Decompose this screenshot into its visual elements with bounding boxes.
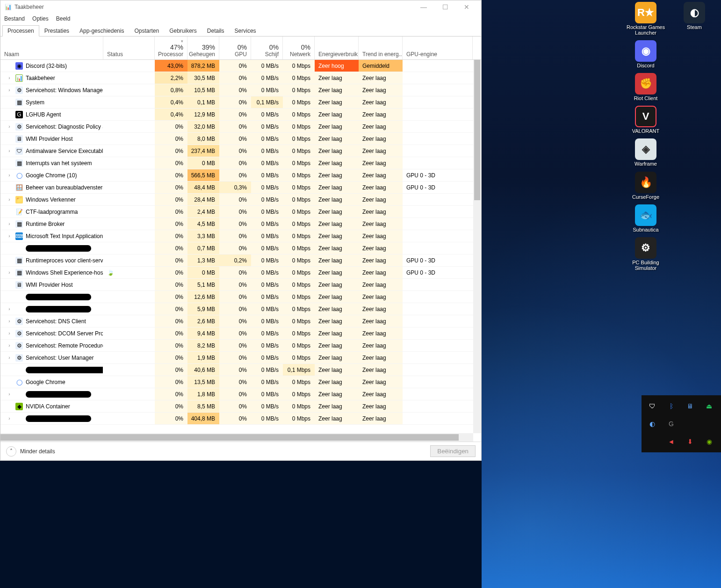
table-row[interactable]: 0%40,6 MB0%0 MB/s0,1 MbpsZeer laagZeer l… <box>0 364 481 376</box>
table-row[interactable]: ›🛡Antimalware Service Executable0%237,4 … <box>0 145 481 157</box>
table-body: ◉Discord (32-bits)43,0%878,2 MB0%0 MB/s0… <box>0 60 481 442</box>
table-row[interactable]: ▦Interrupts van het systeem0%0 MB0%0 MB/… <box>0 157 481 169</box>
col-net[interactable]: 0%Netwerk <box>283 36 315 59</box>
process-name: Servicehost: Windows Manage... <box>26 87 103 94</box>
table-row[interactable]: ›0%1,8 MB0%0 MB/s0 MbpsZeer laagZeer laa… <box>0 388 481 400</box>
end-task-button[interactable]: Beëindigen <box>430 445 476 457</box>
redacted-icon[interactable] <box>644 434 660 450</box>
table-row[interactable]: ◯Google Chrome0%13,5 MB0%0 MB/s0 MbpsZee… <box>0 376 481 388</box>
table-row[interactable]: ›⌨Microsoft Text Input Application0%3,3 … <box>0 230 481 242</box>
expand-icon[interactable]: › <box>6 343 13 348</box>
expand-icon[interactable]: › <box>6 75 13 80</box>
col-disk[interactable]: 0%Schijf <box>251 36 283 59</box>
close-button[interactable]: ✕ <box>456 0 477 14</box>
expand-icon[interactable]: › <box>6 87 13 93</box>
tab-opstarten[interactable]: Opstarten <box>129 25 164 36</box>
download-icon[interactable]: ⬇ <box>682 434 698 450</box>
desktop-shortcut[interactable]: ⚙PC Building Simulator <box>626 237 666 271</box>
table-row[interactable]: 🖥WMI Provider Host0%5,1 MB0%0 MB/s0 Mbps… <box>0 279 481 291</box>
expand-icon[interactable]: › <box>6 233 13 239</box>
table-row[interactable]: ›📁Windows Verkenner0%28,4 MB0%0 MB/s0 Mb… <box>0 194 481 206</box>
scrollbar-thumb[interactable] <box>474 60 480 200</box>
expand-icon[interactable]: › <box>6 392 13 397</box>
col-mem[interactable]: 39%Geheugen <box>187 36 219 59</box>
table-row[interactable]: ›⚙Servicehost: Diagnostic Policy S...0%3… <box>0 121 481 133</box>
expand-icon[interactable]: › <box>6 221 13 226</box>
menu-view[interactable]: Beeld <box>56 15 71 22</box>
table-row[interactable]: ›0%5,9 MB0%0 MB/s0 MbpsZeer laagZeer laa… <box>0 303 481 315</box>
col-name[interactable]: Naam <box>0 36 103 59</box>
table-row[interactable]: ›0%404,8 MB0%0 MB/s0 MbpsZeer laagZeer l… <box>0 413 481 425</box>
table-row[interactable]: GLGHUB Agent0,4%12,9 MB0%0 MB/s0 MbpsZee… <box>0 109 481 121</box>
table-row[interactable]: ›⚙Servicehost: Windows Manage...0,8%10,5… <box>0 84 481 96</box>
table-row[interactable]: ◉Discord (32-bits)43,0%878,2 MB0%0 MB/s0… <box>0 60 481 72</box>
expand-icon[interactable]: › <box>6 148 13 153</box>
redacted-icon[interactable] <box>701 416 717 432</box>
expand-icon[interactable]: › <box>6 319 13 324</box>
desktop-shortcut[interactable]: VVALORANT <box>626 106 666 134</box>
table-row[interactable]: ▦Runtimeproces voor client-server0%1,3 M… <box>0 254 481 267</box>
table-row[interactable]: ›▦Runtime Broker0%4,5 MB0%0 MB/s0 MbpsZe… <box>0 218 481 230</box>
desktop-shortcut[interactable]: 🔥CurseForge <box>626 172 666 200</box>
table-row[interactable]: 0%12,6 MB0%0 MB/s0 MbpsZeer laagZeer laa… <box>0 291 481 303</box>
security-icon[interactable]: 🛡 <box>644 398 660 414</box>
desktop-shortcut[interactable]: ✊Riot Client <box>626 73 666 101</box>
col-cpu[interactable]: ▾ 47% Processor <box>155 36 187 59</box>
table-row[interactable]: ▦System0,4%0,1 MB0%0,1 MB/s0 MbpsZeer la… <box>0 96 481 109</box>
table-row[interactable]: ›⚙Servicehost: DCOM Server Proc...0%9,4 … <box>0 327 481 340</box>
desktop-shortcut[interactable]: ◈Warframe <box>626 138 666 167</box>
logitech-icon[interactable]: G <box>663 416 679 432</box>
fewer-details-button[interactable]: ˄ Minder details <box>6 446 55 457</box>
col-energy[interactable]: Energieverbruik <box>315 36 359 59</box>
table-row[interactable]: ›⚙Servicehost: DNS Client0%2,6 MB0%0 MB/… <box>0 315 481 327</box>
nvidia-icon[interactable]: ◉ <box>701 434 717 450</box>
tab-app-geschiedenis[interactable]: App-geschiedenis <box>74 25 129 36</box>
desktop-shortcut[interactable]: 🐟Subnautica <box>626 204 666 232</box>
table-row[interactable]: ›⚙Servicehost: Remote Procedure ...0%8,2… <box>0 340 481 352</box>
desktop-shortcut[interactable]: R★Rockstar Games Launcher <box>626 2 666 36</box>
monitor-icon[interactable]: 🖥 <box>682 398 698 414</box>
col-status[interactable]: Status <box>103 36 155 59</box>
tab-gebruikers[interactable]: Gebruikers <box>164 25 202 36</box>
maximize-button[interactable]: ☐ <box>434 0 456 14</box>
tab-processen[interactable]: Processen <box>2 25 39 36</box>
table-row[interactable]: 🪟Beheer van bureaubladvensters0%48,4 MB0… <box>0 181 481 194</box>
eject-icon[interactable]: ⏏ <box>701 398 717 414</box>
tab-prestaties[interactable]: Prestaties <box>39 25 74 36</box>
expand-icon[interactable]: › <box>6 416 13 421</box>
table-row[interactable]: 🖥WMI Provider Host0%8,0 MB0%0 MB/s0 Mbps… <box>0 133 481 145</box>
desktop-background[interactable]: R★Rockstar Games Launcher◉Discord✊Riot C… <box>482 0 721 588</box>
tab-details[interactable]: Details <box>202 25 230 36</box>
col-engine[interactable]: GPU-engine <box>403 36 473 59</box>
table-row[interactable]: ›▦Windows Shell Experience-host🍃0%0 MB0%… <box>0 267 481 279</box>
expand-icon[interactable]: › <box>6 270 13 275</box>
scrollbar-horizontal[interactable] <box>0 433 473 442</box>
menu-file[interactable]: Bestand <box>4 15 25 22</box>
table-row[interactable]: ›◯Google Chrome (10)0%566,5 MB0%0 MB/s0 … <box>0 169 481 181</box>
bluetooth-icon[interactable]: ᛒ <box>663 398 679 414</box>
tab-services[interactable]: Services <box>230 25 261 36</box>
table-row[interactable]: ›⚙Servicehost: User Manager0%1,9 MB0%0 M… <box>0 352 481 364</box>
audio-icon[interactable]: ◄ <box>663 434 679 450</box>
expand-icon[interactable]: › <box>6 124 13 129</box>
table-row[interactable]: 📝CTF-laadprogramma0%2,4 MB0%0 MB/s0 Mbps… <box>0 206 481 218</box>
menu-options[interactable]: Opties <box>32 15 49 22</box>
table-row[interactable]: ◆NVIDIA Container0%8,5 MB0%0 MB/s0 MbpsZ… <box>0 400 481 413</box>
expand-icon[interactable]: › <box>6 306 13 312</box>
col-trend[interactable]: Trend in energ... <box>359 36 403 59</box>
expand-icon[interactable]: › <box>6 197 13 202</box>
titlebar[interactable]: 📊 Taakbeheer — ☐ ✕ <box>0 0 481 14</box>
minimize-button[interactable]: — <box>413 0 434 14</box>
scrollbar-thumb[interactable] <box>0 434 459 441</box>
col-gpu[interactable]: 0%GPU <box>219 36 251 59</box>
desktop-shortcut[interactable]: ◐Steam <box>674 2 714 30</box>
table-row[interactable]: 0%0,7 MB0%0 MB/s0 MbpsZeer laagZeer laag <box>0 242 481 254</box>
scrollbar-vertical[interactable] <box>473 60 481 433</box>
desktop-shortcut[interactable]: ◉Discord <box>626 40 666 68</box>
redacted-icon[interactable] <box>682 416 698 432</box>
expand-icon[interactable]: › <box>6 173 13 178</box>
expand-icon[interactable]: › <box>6 355 13 360</box>
app1-icon[interactable]: ◐ <box>644 416 660 432</box>
expand-icon[interactable]: › <box>6 331 13 336</box>
table-row[interactable]: ›📊Taakbeheer2,2%30,5 MB0%0 MB/s0 MbpsZee… <box>0 72 481 84</box>
